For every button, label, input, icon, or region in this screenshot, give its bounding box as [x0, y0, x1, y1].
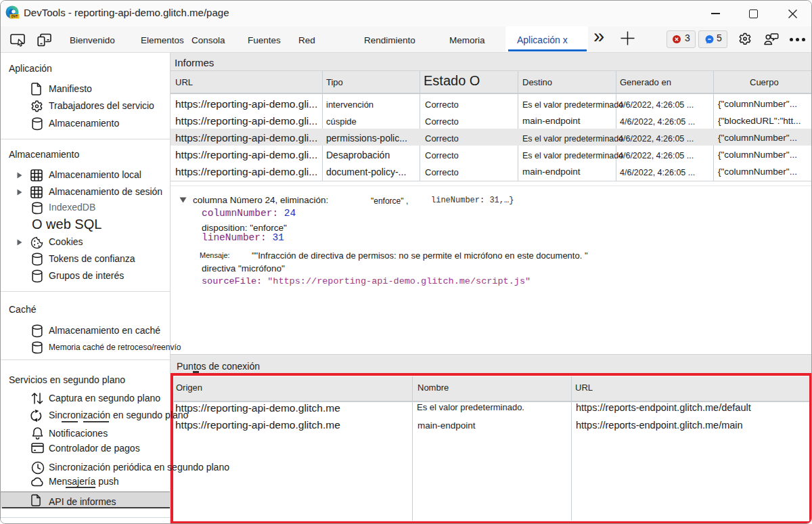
svg-text:DVT: DVT — [12, 15, 18, 18]
